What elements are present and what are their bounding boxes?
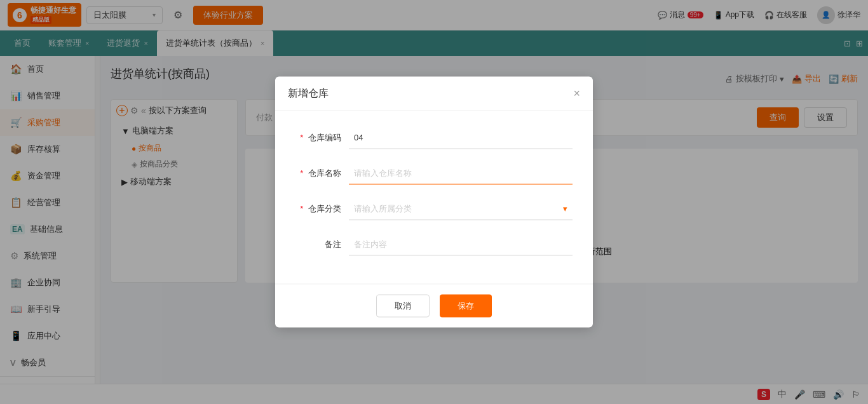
form-row-category: * 仓库分类 请输入所属分类 ▾	[295, 198, 573, 220]
form-row-note: 备注	[295, 233, 573, 256]
form-row-code: * 仓库编码	[295, 126, 573, 149]
add-warehouse-modal: 新增仓库 × * 仓库编码 * 仓库名称 * 仓库分类 请输入	[275, 77, 593, 328]
category-chevron-icon: ▾	[563, 204, 567, 213]
category-label: * 仓库分类	[295, 203, 341, 215]
code-label: * 仓库编码	[295, 132, 341, 144]
modal-header: 新增仓库 ×	[275, 77, 593, 111]
cancel-button[interactable]: 取消	[376, 295, 430, 318]
note-input[interactable]	[349, 233, 573, 256]
name-input[interactable]	[349, 162, 573, 185]
modal-close-button[interactable]: ×	[573, 87, 580, 100]
required-star-category: *	[300, 204, 303, 213]
required-star-code: *	[300, 133, 303, 142]
modal-title: 新增仓库	[288, 87, 329, 100]
modal-body: * 仓库编码 * 仓库名称 * 仓库分类 请输入所属分类 ▾	[275, 111, 593, 284]
code-input[interactable]	[349, 126, 573, 149]
name-label: * 仓库名称	[295, 168, 341, 179]
category-placeholder: 请输入所属分类	[354, 203, 412, 214]
save-button[interactable]: 保存	[440, 295, 492, 318]
note-label: 备注	[295, 239, 341, 250]
required-star-name: *	[300, 168, 303, 178]
modal-footer: 取消 保存	[275, 284, 593, 328]
form-row-name: * 仓库名称	[295, 162, 573, 185]
category-select[interactable]: 请输入所属分类 ▾	[349, 198, 573, 220]
